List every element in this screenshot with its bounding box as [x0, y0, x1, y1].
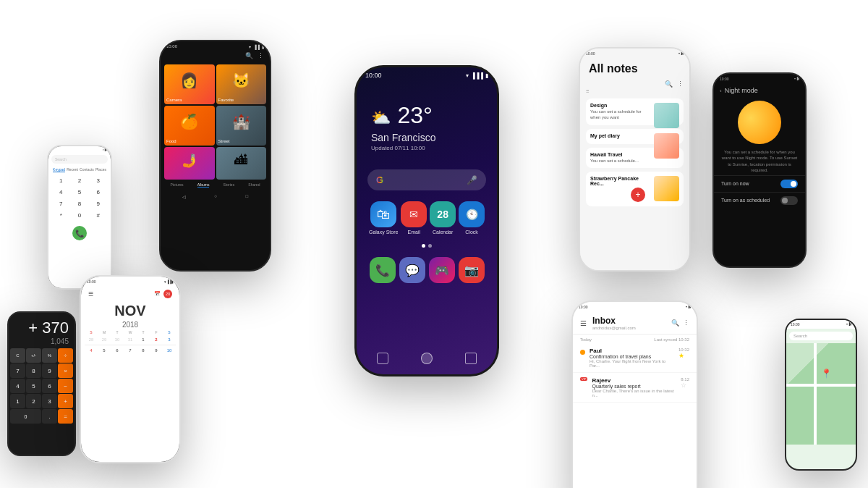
- back-button[interactable]: [377, 353, 388, 364]
- gmail-star-paul[interactable]: ★: [678, 352, 689, 359]
- note-diary[interactable]: My pet diary: [586, 129, 684, 144]
- calc-btn-3[interactable]: 3: [42, 394, 57, 408]
- tab-shared[interactable]: Shared: [248, 182, 260, 188]
- cal-day-2[interactable]: 2: [150, 336, 163, 343]
- calc-btn-2[interactable]: 2: [26, 394, 41, 408]
- cal-day-7[interactable]: 7: [124, 347, 137, 354]
- calc-btn-percent[interactable]: %: [42, 348, 57, 363]
- gmail-title-wrap: Inbox androidux@gmail.com: [592, 316, 671, 330]
- gmail-menu-icon[interactable]: ☰: [580, 319, 587, 327]
- gmail-star-rajeev[interactable]: ☆: [681, 382, 689, 389]
- dial-key-9[interactable]: 9: [89, 198, 107, 209]
- cal-day-8[interactable]: 8: [137, 347, 150, 354]
- calc-btn-dot[interactable]: .: [42, 409, 57, 424]
- gallery-tabs: Pictures Albums Stories Shared: [161, 180, 270, 190]
- gmail-more-icon[interactable]: ⋮: [683, 319, 689, 327]
- cal-menu-icon[interactable]: ☰: [88, 291, 93, 298]
- notes-search-icon[interactable]: 🔍: [665, 80, 673, 88]
- recents-button[interactable]: [465, 353, 477, 364]
- gallery-nav-home[interactable]: ○: [214, 194, 217, 199]
- cal-day-31[interactable]: 31: [124, 336, 137, 343]
- dial-search[interactable]: Search: [51, 155, 108, 164]
- dial-key-3[interactable]: 3: [89, 175, 107, 186]
- cal-day-29[interactable]: 29: [98, 336, 111, 343]
- cal-day-3[interactable]: 3: [163, 336, 176, 343]
- app-messages[interactable]: 💬: [399, 257, 425, 283]
- dial-tab-contacts[interactable]: Contacts: [80, 167, 94, 172]
- calc-btn-6[interactable]: 6: [42, 379, 57, 393]
- phone-dial: ▾▐▮ Search Keypad Recent Contacts Places…: [47, 145, 112, 290]
- app-galaxy-store[interactable]: 🛍 Galaxy Store: [369, 201, 398, 235]
- calc-btn-0[interactable]: 0: [10, 409, 41, 424]
- app-camera[interactable]: 📷: [459, 257, 485, 283]
- calc-btn-5[interactable]: 5: [26, 379, 41, 393]
- call-button[interactable]: 📞: [72, 226, 87, 240]
- dial-tab-keypad[interactable]: Keypad: [53, 167, 65, 172]
- notes-menu-icon[interactable]: ⋮: [677, 80, 684, 88]
- night-toggle-now-switch[interactable]: [780, 180, 798, 188]
- dial-key-8[interactable]: 8: [71, 198, 89, 209]
- dial-key-2[interactable]: 2: [71, 175, 89, 186]
- maps-search[interactable]: Search: [789, 332, 853, 340]
- calc-btn-equals[interactable]: =: [58, 409, 73, 424]
- calc-btn-clear[interactable]: C: [10, 348, 25, 363]
- app-clock[interactable]: 🕙 Clock: [459, 201, 485, 235]
- dial-tab-places[interactable]: Places: [95, 167, 106, 172]
- note-design[interactable]: Design You can set a schedule for when y…: [586, 98, 684, 125]
- gallery-menu-icon[interactable]: ⋮: [258, 52, 264, 59]
- gmail-vip-badge: VIP: [580, 377, 587, 381]
- cal-day-28[interactable]: 28: [85, 336, 98, 343]
- night-status: 10:00 ▾▐▮: [714, 74, 805, 84]
- calc-btn-divide[interactable]: ÷: [58, 348, 73, 363]
- calc-btn-4[interactable]: 4: [10, 379, 25, 393]
- calc-btn-plus[interactable]: +: [58, 394, 73, 408]
- dial-key-1[interactable]: 1: [52, 175, 70, 186]
- gallery-search-icon[interactable]: 🔍: [245, 52, 253, 59]
- cal-day-5[interactable]: 5: [98, 347, 111, 354]
- calc-btn-8[interactable]: 8: [26, 363, 41, 378]
- weather-city: San Francisco: [371, 132, 482, 143]
- cal-day-9[interactable]: 9: [150, 347, 163, 354]
- app-game[interactable]: 🎮: [429, 257, 455, 283]
- night-time: 10:00: [720, 77, 729, 81]
- gallery-nav-recent[interactable]: □: [246, 194, 249, 199]
- gallery-nav-back[interactable]: ◁: [182, 194, 186, 199]
- dial-key-0[interactable]: 0: [71, 210, 89, 221]
- dial-key-star[interactable]: *: [52, 210, 70, 221]
- calc-btn-sign[interactable]: +/-: [26, 348, 41, 363]
- dial-key-6[interactable]: 6: [89, 187, 107, 198]
- calc-btn-7[interactable]: 7: [10, 363, 25, 378]
- cal-day-30[interactable]: 30: [111, 336, 124, 343]
- calc-btn-minus[interactable]: −: [58, 379, 73, 393]
- home-button[interactable]: [421, 353, 433, 364]
- gmail-preview-paul: Hi, Charlie. Your flight from New York t…: [590, 359, 674, 368]
- gmail-email-rajeev[interactable]: VIP Rajeev Quarterly sales report Dear C…: [573, 373, 697, 403]
- phone-maps: 10:00 ▾▐▮ Search 📍: [785, 319, 857, 471]
- dial-key-7[interactable]: 7: [52, 198, 70, 209]
- cal-day-4[interactable]: 4: [85, 347, 98, 354]
- tab-stories[interactable]: Stories: [224, 182, 235, 188]
- calc-btn-mult[interactable]: ×: [58, 363, 73, 378]
- calc-btn-9[interactable]: 9: [42, 363, 57, 378]
- cal-day-6[interactable]: 6: [111, 347, 124, 354]
- calc-btn-1[interactable]: 1: [10, 394, 25, 408]
- app-phone[interactable]: 📞: [370, 257, 396, 283]
- gmail-search-icon[interactable]: 🔍: [671, 319, 679, 327]
- app-calendar[interactable]: 28 Calendar: [430, 201, 456, 235]
- search-bar[interactable]: G 🎤: [367, 169, 486, 190]
- notes-filter-icon[interactable]: ☰: [586, 89, 589, 93]
- gmail-email-paul[interactable]: Paul Confirmation of travel plans Hi, Ch…: [573, 343, 697, 373]
- night-back-icon[interactable]: ‹: [720, 88, 722, 94]
- dial-key-5[interactable]: 5: [71, 187, 89, 198]
- cal-day-10[interactable]: 10: [163, 347, 176, 354]
- app-email[interactable]: ✉ Email: [401, 201, 427, 235]
- tab-pictures[interactable]: Pictures: [171, 182, 184, 188]
- night-toggle-scheduled-switch[interactable]: [780, 196, 798, 205]
- dial-key-hash[interactable]: #: [89, 210, 107, 221]
- note-pancake[interactable]: Strawberry Pancake Rec... +: [586, 172, 684, 206]
- dial-tab-recent[interactable]: Recent: [67, 167, 78, 172]
- note-add-button[interactable]: +: [631, 188, 645, 202]
- dial-key-4[interactable]: 4: [52, 187, 70, 198]
- tab-albums[interactable]: Albums: [197, 182, 210, 188]
- cal-day-1[interactable]: 1: [137, 336, 150, 343]
